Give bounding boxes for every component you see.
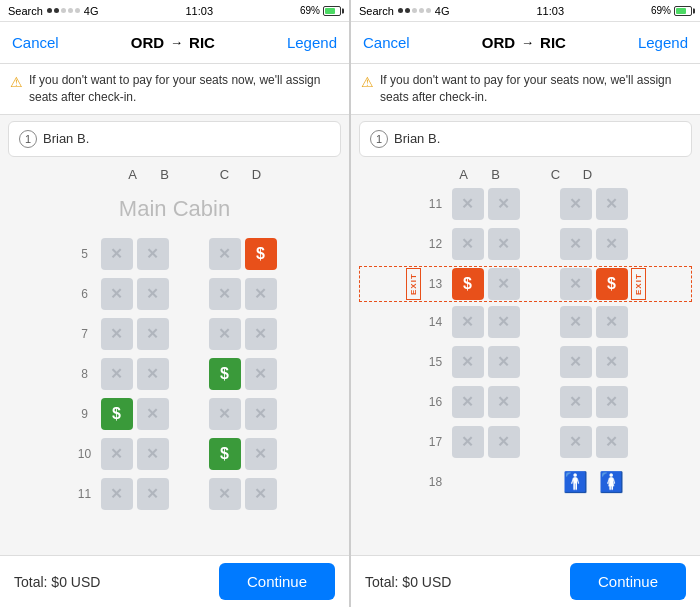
seat-r18b [488,466,520,498]
seat-r16a[interactable] [452,386,484,418]
seat-6d[interactable] [245,278,277,310]
seat-9d[interactable] [245,398,277,430]
seat-10d[interactable] [245,438,277,470]
seat-r13b[interactable] [488,268,520,300]
seat-r12a[interactable] [452,228,484,260]
seat-row-10: 10 [8,436,341,472]
seat-5c[interactable] [209,238,241,270]
origin-right: ORD [482,34,515,51]
seat-10a[interactable] [101,438,133,470]
row-num-9: 9 [71,407,99,421]
col-a-left: A [117,167,149,182]
cancel-button-left[interactable]: Cancel [12,34,59,51]
passenger-bar-right[interactable]: 1 Brian B. [359,121,692,157]
seat-r12d[interactable] [596,228,628,260]
seat-8c[interactable] [209,358,241,390]
battery-icon-right [674,6,692,16]
seat-r11d[interactable] [596,188,628,220]
seat-r12b[interactable] [488,228,520,260]
row-num-r12: 12 [422,237,450,251]
seat-6b[interactable] [137,278,169,310]
seat-r17a[interactable] [452,426,484,458]
flight-title-right: ORD → RIC [482,34,566,51]
seat-r14a[interactable] [452,306,484,338]
seat-7d[interactable] [245,318,277,350]
seat-8b[interactable] [137,358,169,390]
seat-r11b[interactable] [488,188,520,220]
seat-r15c[interactable] [560,346,592,378]
seat-r16b[interactable] [488,386,520,418]
right-panel: Search 4G 11:03 69% Cancel ORD → RIC Leg… [350,0,700,607]
seat-7a[interactable] [101,318,133,350]
seat-r13d[interactable] [596,268,628,300]
row-num-6: 6 [71,287,99,301]
total-text-right: Total: $0 USD [365,574,451,590]
seat-7b[interactable] [137,318,169,350]
seat-5b[interactable] [137,238,169,270]
col-b-right: B [480,167,512,182]
seat-6c[interactable] [209,278,241,310]
seat-6a[interactable] [101,278,133,310]
signal-dots-right [398,8,431,13]
seat-r14d[interactable] [596,306,628,338]
seat-r14b[interactable] [488,306,520,338]
seat-11c[interactable] [209,478,241,510]
status-left: Search 4G [8,5,99,17]
seat-9c[interactable] [209,398,241,430]
row-num-7: 7 [71,327,99,341]
seat-row-r15: 15 [359,344,692,380]
col-headers-left: A B C D [0,163,349,186]
seat-r15a[interactable] [452,346,484,378]
seat-11d[interactable] [245,478,277,510]
seat-r13c[interactable] [560,268,592,300]
col-b-left: B [149,167,181,182]
legend-button-left[interactable]: Legend [287,34,337,51]
status-right-left: 69% [300,5,341,16]
seat-r11c[interactable] [560,188,592,220]
seat-10b[interactable] [137,438,169,470]
seat-r15d[interactable] [596,346,628,378]
seat-map-right: A B C D 11 12 [351,163,700,555]
seat-10c[interactable] [209,438,241,470]
seat-7c[interactable] [209,318,241,350]
seat-row-5: 5 [8,236,341,272]
col-d-left: D [241,167,273,182]
seat-9a[interactable] [101,398,133,430]
passenger-name-left: Brian B. [43,131,89,146]
seat-r15b[interactable] [488,346,520,378]
seat-8d[interactable] [245,358,277,390]
continue-button-left[interactable]: Continue [219,563,335,600]
seat-r17d[interactable] [596,426,628,458]
seat-9b[interactable] [137,398,169,430]
seat-r14c[interactable] [560,306,592,338]
seat-5a[interactable] [101,238,133,270]
seat-r17b[interactable] [488,426,520,458]
battery-icon-left [323,6,341,16]
legend-button-right[interactable]: Legend [638,34,688,51]
dest-left: RIC [189,34,215,51]
battery-pct-left: 69% [300,5,320,16]
seat-r16d[interactable] [596,386,628,418]
seat-r12c[interactable] [560,228,592,260]
seat-row-r11: 11 [359,186,692,222]
seat-r11a[interactable] [452,188,484,220]
passenger-bar-left[interactable]: 1 Brian B. [8,121,341,157]
seat-11a[interactable] [101,478,133,510]
seat-r17c[interactable] [560,426,592,458]
status-bar-left: Search 4G 11:03 69% [0,0,349,22]
seat-r13a[interactable] [452,268,484,300]
seat-8a[interactable] [101,358,133,390]
seat-5d[interactable] [245,238,277,270]
seat-r16c[interactable] [560,386,592,418]
cancel-button-right[interactable]: Cancel [363,34,410,51]
continue-button-right[interactable]: Continue [570,563,686,600]
app-name-right: Search [359,5,394,17]
time-left: 11:03 [186,5,214,17]
status-right-right: 69% [651,5,692,16]
nav-bar-right: Cancel ORD → RIC Legend [351,22,700,64]
nav-bar-left: Cancel ORD → RIC Legend [0,22,349,64]
seat-map-scroll-left: Main Cabin 5 6 7 [0,186,349,516]
footer-left: Total: $0 USD Continue [0,555,349,607]
seat-11b[interactable] [137,478,169,510]
signal-dots-left [47,8,80,13]
